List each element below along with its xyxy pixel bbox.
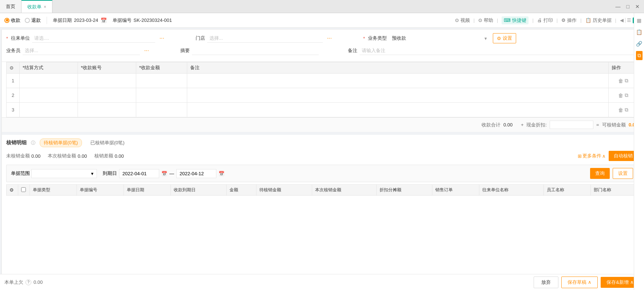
sidebar-icon-3[interactable]: 🔗 [635,39,644,48]
amount-input-1[interactable] [136,74,187,88]
tab-close-icon[interactable]: × [44,4,46,9]
settlement-input-1[interactable] [20,74,78,88]
delete-row-2-icon[interactable]: 🗑 [618,93,623,98]
prev-arrow[interactable]: ◀ [620,17,624,23]
tab-home-label: 首页 [6,3,15,10]
operation-button[interactable]: ⚙ 操作 [561,17,577,24]
tab-bar: 首页 收款单 × — □ ✕ [0,0,644,13]
filter-icon: ⊞ [578,153,582,159]
date-end-icon[interactable]: 📅 [219,171,224,176]
query-button[interactable]: 查询 [590,168,610,179]
auto-cancel-button[interactable]: 自动核销 [609,151,638,161]
account-input-2[interactable] [78,88,136,102]
tab-home[interactable]: 首页 [0,0,21,13]
settings-label: 设置 [503,35,512,42]
discount-input[interactable] [550,121,593,129]
copy-row-3-icon[interactable]: ⧉ [625,107,628,113]
more-conditions-link[interactable]: ⊞ 更多条件 ∧ [578,153,606,159]
amount-input-3[interactable] [136,103,187,117]
balance-help-icon[interactable]: ? [25,279,31,285]
tab-bar-actions: — □ ✕ [614,4,644,9]
history-button[interactable]: 📋 历史单据 [585,17,612,24]
th-counterpart-name: 往来单位名称 [479,185,543,196]
help-label: 帮助 [484,17,493,24]
counterpart-input[interactable] [32,34,155,43]
settings-button[interactable]: ⚙ 设置 [493,33,516,43]
refund-radio[interactable]: 退款 [25,17,41,24]
remark-label: 备注 [348,47,357,54]
btype-chevron-icon[interactable]: ▾ [484,36,487,41]
help-button[interactable]: ⊙ 帮助 [478,17,493,24]
th-doc-date: 单据日期 [124,185,171,196]
remark-input-3[interactable] [187,103,608,117]
summary-row: 收款合计 0.00 + 现金折扣: = 可核销金额 0.00 [2,117,642,132]
remark-input[interactable] [360,46,638,55]
settlement-cell-1 [20,74,78,88]
row-num-3: 3 [7,103,20,117]
remark-input-1[interactable] [187,74,608,88]
receipt-radio[interactable]: 收款 [4,17,20,24]
date-range-field: 到期日 📅 — 📅 [103,169,224,178]
delete-row-3-icon[interactable]: 🗑 [618,107,623,113]
video-button[interactable]: ⊙ 视频 [455,17,470,24]
table-settings-icon[interactable]: ⚙ [9,65,14,71]
shop-input[interactable] [207,34,323,43]
tab-done[interactable]: 已核销单据(0笔) [86,138,129,147]
print-button[interactable]: 🖨 打印 [537,17,553,24]
nuclear-header: 核销明细 ⓘ 待核销单据(0笔) 已核销单据(0笔) [6,138,638,147]
maximize-button[interactable]: □ [625,4,631,9]
row-actions-3: 🗑 ⧉ [609,107,637,113]
sidebar-icon-4[interactable]: ⧉ [636,51,643,60]
th-sales-order: 销售订单 [432,185,479,196]
date-separator: — [169,171,174,176]
minimize-button[interactable]: — [614,4,622,9]
settlement-input-3[interactable] [20,103,78,117]
range-select[interactable]: ▾ [31,169,97,178]
amount-input-2[interactable] [136,88,187,102]
account-input-3[interactable] [78,103,136,117]
table-row: 3 🗑 ⧉ [7,103,638,117]
print-label: 打印 [543,17,553,24]
filter-buttons: 查询 设置 [590,168,633,179]
bottom-table-settings-icon[interactable]: ⚙ [9,187,14,193]
remark-input-2[interactable] [187,88,608,102]
shortcut-button[interactable]: ⌨ 快捷键 [502,16,529,24]
list-icon[interactable]: ☰ [627,17,631,23]
date-start-icon[interactable]: 📅 [161,171,167,176]
copy-row-2-icon[interactable]: ⧉ [625,92,628,98]
delete-row-1-icon[interactable]: 🗑 [618,78,623,84]
date-end-input[interactable] [176,169,216,178]
date-field: 单据日期 2023-03-24 📅 [53,17,107,24]
table-settings-button[interactable]: 设置 [613,168,633,179]
account-input-1[interactable] [78,74,136,88]
nuclear-help-icon[interactable]: ⓘ [31,140,35,146]
abandon-button[interactable]: 放弃 [534,277,558,288]
print-icon: 🖨 [537,17,542,23]
account-cell-2 [78,88,136,103]
counterpart-more-icon[interactable]: ··· [157,35,166,42]
copy-row-1-icon[interactable]: ⧉ [625,78,628,84]
date-start-input[interactable] [119,169,159,178]
save-draft-button[interactable]: 保存草稿 ∧ [561,277,598,288]
settlement-input-2[interactable] [20,88,78,102]
total-label: 收款合计 [482,122,500,128]
th-staff-name: 员工名称 [543,185,590,196]
tab-pending[interactable]: 待核销单据(0笔) [40,138,82,147]
calendar-icon[interactable]: 📅 [101,17,107,23]
shop-more-icon[interactable]: ··· [325,35,334,42]
select-all-checkbox[interactable] [21,187,26,192]
tab-receipt[interactable]: 收款单 × [21,0,52,13]
counterpart-field: * 往来单位 ··· [6,34,166,43]
sidebar-icon-1[interactable]: ▦ [635,16,643,25]
th-doc-type: 单据类型 [30,185,77,196]
sidebar-icon-2[interactable]: 📋 [635,28,644,36]
staff-more-icon[interactable]: ··· [142,47,151,54]
form-row-2: 业务员 ··· 摘要 备注 [6,46,638,55]
unchecked-value: 0.00 [31,153,40,159]
th-amount: 金额 [227,185,256,196]
summary-input[interactable] [192,46,319,55]
diff-value: 0.00 [115,153,124,159]
close-window-button[interactable]: ✕ [634,4,641,9]
right-sidebar: ▦ 📋 🔗 ⧉ [634,13,644,290]
staff-input[interactable] [23,46,140,55]
